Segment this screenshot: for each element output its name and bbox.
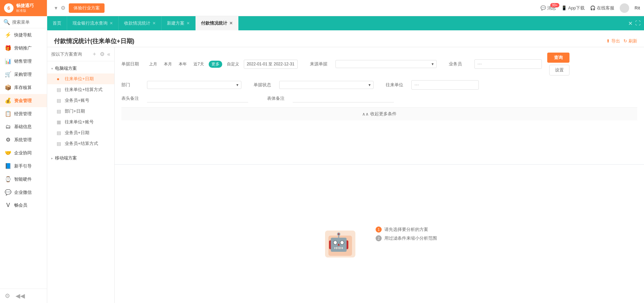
scheme-group-mobile[interactable]: ▸ 移动端方案 (47, 153, 114, 163)
search-menu-item[interactable]: 🔍 搜索菜单 (0, 16, 47, 28)
dept-select[interactable] (147, 81, 241, 89)
shortcut-this-year[interactable]: 本年 (177, 61, 189, 68)
sidebar-item-inventory[interactable]: 📦 库存核算 (0, 81, 47, 94)
collapse-panel-icon[interactable]: « (107, 51, 110, 57)
tab-bank[interactable]: 现金银行流水查询 ✕ (67, 16, 119, 30)
doc-status-select[interactable] (279, 81, 374, 89)
shortcut-custom[interactable]: 自定义 (225, 61, 241, 68)
vip-icon: V (5, 202, 11, 208)
export-icon: ⬆ (606, 38, 610, 43)
scheme-group-desktop[interactable]: ▾ 电脑端方案 (47, 63, 114, 73)
sales-icon: 📊 (5, 58, 11, 64)
avatar (620, 3, 629, 13)
tip-num-2: 2 (376, 235, 382, 241)
header-note-input[interactable] (147, 94, 248, 102)
messages-btn[interactable]: 💬 消息 99+ (540, 5, 556, 11)
collapse-more-button[interactable]: ∧∧ 收起更多条件 (121, 107, 637, 120)
scheme-item-salesman-date[interactable]: ▤ 业务员+日期 (47, 127, 114, 138)
shortcut-last-month[interactable]: 上月 (147, 61, 159, 68)
scheme-item-unit-payment[interactable]: ▤ 往来单位+结算方式 (47, 84, 114, 95)
shortcut-this-month[interactable]: 本月 (162, 61, 174, 68)
tab-close-all-icon[interactable]: ✕ (628, 20, 633, 27)
refresh-button[interactable]: ↻ 刷新 (623, 38, 637, 44)
export-button[interactable]: ⬆ 导出 (606, 38, 620, 44)
body-note-input[interactable] (293, 94, 394, 102)
enterprise-icon: 🤝 (5, 150, 11, 156)
tab-new-scheme-close[interactable]: ✕ (186, 21, 190, 26)
scheme-item-unit-date[interactable]: ● 往来单位+日期 (47, 73, 114, 84)
sidebar-item-marketing[interactable]: 🎁 营销推广 (0, 41, 47, 55)
tab-bank-close[interactable]: ✕ (110, 21, 113, 26)
filter-row-3: 表头备注 表体备注 (121, 94, 637, 102)
query-button[interactable]: 查询 (547, 53, 569, 63)
source-select[interactable] (335, 60, 437, 68)
app-download-btn[interactable]: 📱 App下载 (561, 5, 585, 11)
sidebar-item-quick[interactable]: ⚡ 快捷导航 (0, 28, 47, 41)
tab-home[interactable]: 首页 (47, 16, 67, 30)
download-icon: 📱 (561, 5, 567, 10)
quick-icon: ⚡ (5, 32, 11, 38)
partner-input[interactable]: ··· (411, 80, 479, 90)
marketing-icon: 🎁 (5, 45, 11, 51)
settings-button[interactable]: 设置 (549, 65, 569, 75)
topbar: ▾ ⚙ 体验行业方案 💬 消息 99+ 📱 App下载 🎧 在线客服 Rit (47, 0, 644, 16)
sidebar-item-vip[interactable]: V 畅会员 (0, 199, 47, 212)
sidebar: 6 畅捷通巧 标准版 🔍 搜索菜单 ⚡ 快捷导航 🎁 营销推广 📊 销售管理 🛒… (0, 0, 47, 303)
refresh-icon: ↻ (623, 38, 627, 43)
sidebar-item-hardware[interactable]: ⌚ 智能硬件 (0, 173, 47, 186)
sidebar-item-system[interactable]: ⚙ 系统管理 (0, 133, 47, 146)
empty-illustration: 🤖 (322, 217, 362, 251)
topbar-dropdown-icon[interactable]: ▾ (55, 5, 57, 11)
tabbar: 首页 现金银行流水查询 ✕ 收款情况统计 ✕ 新建方案 ✕ 付款情况统计 ✕ ✕… (47, 16, 644, 30)
tab-payment-close[interactable]: ✕ (229, 21, 233, 26)
scheme-section-mobile: ▸ 移动端方案 (47, 151, 114, 165)
user-name[interactable]: Rit (635, 5, 640, 10)
logo-text: 畅捷通巧 标准版 (16, 3, 34, 13)
tip-num-1: 1 (376, 226, 382, 233)
salesman-input[interactable]: ··· (474, 59, 542, 69)
service-icon: 🎧 (590, 5, 595, 10)
query-btn-col: 查询 设置 (547, 53, 569, 75)
tab-collection-close[interactable]: ✕ (152, 21, 156, 26)
shortcut-7days[interactable]: 近7天 (192, 61, 206, 68)
tabbar-actions: ✕ ⛶ (625, 16, 644, 30)
source-select-chevron (432, 62, 434, 66)
sidebar-item-sales[interactable]: 📊 销售管理 (0, 55, 47, 68)
topbar-gear-icon[interactable]: ⚙ (61, 5, 65, 11)
online-service-btn[interactable]: 🎧 在线客服 (590, 5, 614, 11)
add-scheme-icon[interactable]: ＋ (92, 51, 97, 58)
doc-status-select-chevron (369, 83, 371, 87)
sidebar-item-operations[interactable]: 📋 经营管理 (0, 107, 47, 120)
unit-payment-icon: ▤ (57, 87, 62, 92)
empty-tip-1: 1 请先选择要分析的方案 (376, 226, 437, 233)
logo-area: 6 畅捷通巧 标准版 (0, 0, 47, 16)
robot-icon: 🤖 (328, 232, 350, 252)
shortcut-more[interactable]: 更多 (209, 61, 222, 68)
trial-button[interactable]: 体验行业方案 (69, 3, 105, 13)
sidebar-item-basic[interactable]: 🗂 基础信息 (0, 120, 47, 133)
scheme-item-unit-account[interactable]: ▦ 往来单位+账号 (47, 117, 114, 127)
panel-header: 按以下方案查询 ＋ ⚙ « (47, 47, 114, 61)
settings-bottom-icon[interactable]: ⚙ (5, 292, 10, 300)
sidebar-item-enterprise[interactable]: 🤝 企业协同 (0, 146, 47, 159)
scheme-item-salesman-account[interactable]: ▤ 业务员+账号 (47, 95, 114, 106)
sidebar-item-fund[interactable]: 💰 资金管理 (0, 94, 47, 107)
sidebar-item-purchase[interactable]: 🛒 采购管理 (0, 68, 47, 81)
tab-payment[interactable]: 付款情况统计 ✕ (196, 16, 238, 30)
scheme-item-dept-date[interactable]: ▤ 部门+日期 (47, 106, 114, 117)
filter-area: 单据日期 上月 本月 本年 近7天 更多 自定义 2022-01-01 至 20… (115, 47, 644, 164)
tab-collection[interactable]: 收款情况统计 ✕ (119, 16, 162, 30)
scheme-settings-icon[interactable]: ⚙ (100, 51, 105, 57)
unit-date-icon: ● (57, 76, 62, 82)
tab-new-scheme[interactable]: 新建方案 ✕ (162, 16, 196, 30)
wechat-icon: 💬 (5, 189, 11, 195)
page-title: 付款情况统计(往来单位+日期) (54, 37, 135, 45)
sidebar-item-guide[interactable]: 📘 新手引导 (0, 159, 47, 173)
dept-date-icon: ▤ (57, 109, 62, 114)
tab-expand-icon[interactable]: ⛶ (635, 20, 641, 26)
empty-state: 🤖 1 请先选择要分析的方案 2 用过滤条件来缩小分析范围 (115, 165, 644, 303)
collapse-sidebar-icon[interactable]: ◀◀ (16, 292, 25, 300)
date-range-input[interactable]: 2022-01-01 至 2022-12-31 (244, 60, 298, 69)
scheme-item-salesman-payment[interactable]: ▤ 业务员+结算方式 (47, 138, 114, 149)
sidebar-item-wechat[interactable]: 💬 企业微信 (0, 186, 47, 199)
